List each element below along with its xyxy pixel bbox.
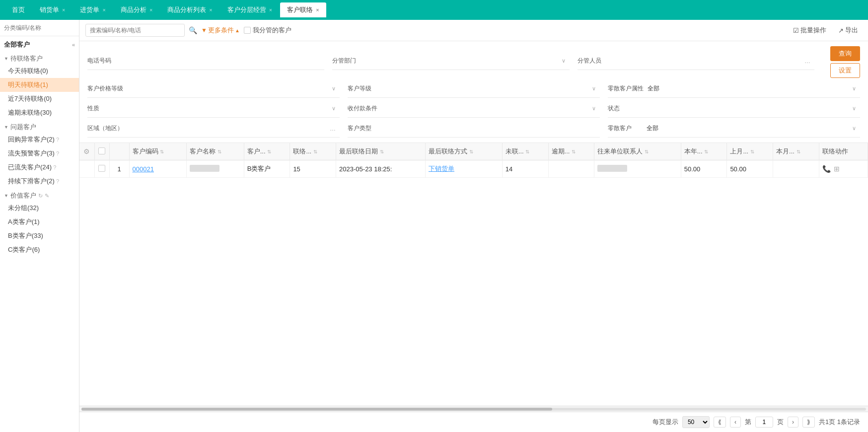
- th-code[interactable]: 客户编码 ⇅: [129, 143, 187, 160]
- phone-action-icon[interactable]: 📞: [822, 165, 831, 173]
- close-customer-layered-tab[interactable]: ×: [269, 7, 272, 13]
- close-product-list-tab[interactable]: ×: [209, 7, 212, 13]
- manager-select[interactable]: …: [616, 58, 810, 65]
- row-checkbox[interactable]: [98, 165, 105, 172]
- refresh-icon[interactable]: ↻: [38, 193, 43, 199]
- manager-more-icon[interactable]: …: [804, 58, 810, 65]
- help-icon-churned[interactable]: ?: [53, 164, 56, 170]
- sidebar-item-churn-warning[interactable]: 流失预警客户(3) ?: [0, 146, 79, 160]
- query-button[interactable]: 查询: [830, 46, 860, 61]
- sidebar-item-declining[interactable]: 持续下滑客户(2) ?: [0, 174, 79, 188]
- help-icon-churn-warning[interactable]: ?: [56, 150, 59, 156]
- th-name[interactable]: 客户名称 ⇅: [187, 143, 244, 160]
- close-purchase-tab[interactable]: ×: [102, 7, 105, 13]
- th-no-contact[interactable]: 未联... ⇅: [502, 143, 548, 160]
- sort-last-date[interactable]: ⇅: [380, 149, 384, 154]
- dept-select[interactable]: ∨: [371, 58, 565, 64]
- settings-column-icon[interactable]: ⚙: [83, 147, 90, 155]
- th-contact[interactable]: 联络... ⇅: [290, 143, 336, 160]
- nav-tab-product-analysis[interactable]: 商品分析 ×: [114, 2, 159, 17]
- sidebar-item-overdue-contact[interactable]: 逾期未联络(30): [0, 106, 79, 120]
- nav-tab-sales[interactable]: 销货单 ×: [33, 2, 72, 17]
- my-customers-checkbox[interactable]: 我分管的客户: [244, 26, 291, 35]
- th-last-method[interactable]: 最后联络方式 ⇅: [426, 143, 503, 160]
- td-name[interactable]: [187, 160, 244, 178]
- sort-contact[interactable]: ⇅: [313, 149, 317, 154]
- sidebar-item-class-c[interactable]: C类客户(6): [0, 243, 79, 257]
- status-select[interactable]: ∨: [647, 105, 856, 112]
- sidebar-item-ungrouped[interactable]: 未分组(32): [0, 201, 79, 215]
- batch-operation-button[interactable]: ☑ 批量操作: [789, 24, 830, 37]
- nav-tab-purchase[interactable]: 进货单 ×: [73, 2, 112, 17]
- help-icon-declining[interactable]: ?: [56, 178, 59, 184]
- td-code[interactable]: 000021: [129, 160, 187, 178]
- horizontal-scrollbar[interactable]: [79, 406, 868, 412]
- nav-tab-customer-contact[interactable]: 客户联络 ×: [280, 2, 326, 17]
- region-more-icon[interactable]: …: [330, 125, 336, 132]
- th-type[interactable]: 客户... ⇅: [244, 143, 290, 160]
- th-overdue[interactable]: 逾期... ⇅: [548, 143, 594, 160]
- more-conditions-button[interactable]: ▼ 更多条件 ▲: [201, 26, 240, 35]
- sort-last-month[interactable]: ⇅: [750, 149, 754, 154]
- th-checkbox[interactable]: [94, 143, 109, 160]
- sort-overdue[interactable]: ⇅: [572, 149, 576, 154]
- sort-name[interactable]: ⇅: [217, 149, 221, 154]
- top-search-input[interactable]: [85, 24, 185, 37]
- th-this-year[interactable]: 本年... ⇅: [681, 143, 727, 160]
- td-checkbox[interactable]: [94, 160, 109, 178]
- nav-tab-customer-layered[interactable]: 客户分层经营 ×: [220, 2, 279, 17]
- edit-icon[interactable]: ✎: [45, 193, 49, 199]
- sort-this-year[interactable]: ⇅: [704, 149, 708, 154]
- th-this-month[interactable]: 本月... ⇅: [773, 143, 819, 160]
- sort-no-contact[interactable]: ⇅: [525, 149, 529, 154]
- sidebar-item-class-b[interactable]: B类客户(33): [0, 229, 79, 243]
- th-contact-person[interactable]: 往来单位联系人 ⇅: [594, 143, 681, 160]
- th-last-contact-date[interactable]: 最后联络日期 ⇅: [336, 143, 426, 160]
- nature-select[interactable]: ∨: [126, 105, 336, 112]
- sort-code[interactable]: ⇅: [160, 149, 164, 154]
- close-customer-contact-tab[interactable]: ×: [316, 7, 319, 13]
- close-sales-tab[interactable]: ×: [62, 7, 65, 13]
- sidebar-item-tomorrow-contact[interactable]: 明天待联络(1): [0, 78, 79, 92]
- my-customers-check[interactable]: [244, 27, 251, 34]
- payment-select[interactable]: ∨: [386, 105, 596, 112]
- sidebar-item-today-contact[interactable]: 今天待联络(0): [0, 64, 79, 78]
- first-page-button[interactable]: ⟪: [714, 417, 726, 428]
- export-button[interactable]: ↗ 导出: [834, 24, 862, 37]
- th-settings[interactable]: ⚙: [79, 143, 94, 160]
- sidebar-item-churned[interactable]: 已流失客户(24) ?: [0, 160, 79, 174]
- help-icon-abnormal[interactable]: ?: [56, 137, 59, 143]
- last-page-button[interactable]: ⟫: [802, 417, 815, 428]
- nav-tab-product-analysis-list[interactable]: 商品分析列表 ×: [160, 2, 219, 17]
- sort-this-month[interactable]: ⇅: [796, 149, 800, 154]
- sidebar-item-7day-contact[interactable]: 近7天待联络(0): [0, 92, 79, 106]
- sort-last-method[interactable]: ⇅: [469, 149, 473, 154]
- scrollbar-track[interactable]: [81, 408, 866, 411]
- phone-input[interactable]: [126, 58, 320, 65]
- retail-select[interactable]: ∨: [753, 125, 856, 132]
- current-page-input[interactable]: [755, 417, 773, 428]
- region-select[interactable]: …: [127, 125, 336, 132]
- customer-code-link[interactable]: 000021: [133, 165, 154, 173]
- top-search-button[interactable]: 🔍: [189, 26, 197, 34]
- price-level-select[interactable]: ∨: [127, 85, 336, 92]
- nav-home[interactable]: 首页: [5, 2, 32, 17]
- td-last-method[interactable]: 下销货单: [426, 160, 503, 178]
- next-page-button[interactable]: ›: [788, 417, 798, 428]
- prev-page-button[interactable]: ‹: [730, 417, 741, 428]
- sort-contact-person[interactable]: ⇅: [645, 149, 649, 154]
- scrollbar-thumb[interactable]: [81, 408, 552, 411]
- last-method-link[interactable]: 下销货单: [429, 165, 454, 172]
- customer-level-select[interactable]: ∨: [386, 85, 596, 92]
- retail-attr-select[interactable]: ∨: [754, 85, 856, 92]
- sidebar-item-class-a[interactable]: A类客户(1): [0, 215, 79, 229]
- sort-type[interactable]: ⇅: [267, 149, 271, 154]
- collapse-icon[interactable]: «: [72, 42, 75, 48]
- sidebar-item-abnormal[interactable]: 回购异常客户(2) ?: [0, 133, 79, 146]
- settings-button[interactable]: 设置: [830, 63, 860, 78]
- grid-action-icon[interactable]: ⊞: [834, 165, 840, 173]
- th-last-month[interactable]: 上月... ⇅: [727, 143, 773, 160]
- sidebar-search-input[interactable]: [4, 24, 78, 31]
- close-product-analysis-tab[interactable]: ×: [149, 7, 152, 13]
- header-checkbox[interactable]: [98, 147, 105, 154]
